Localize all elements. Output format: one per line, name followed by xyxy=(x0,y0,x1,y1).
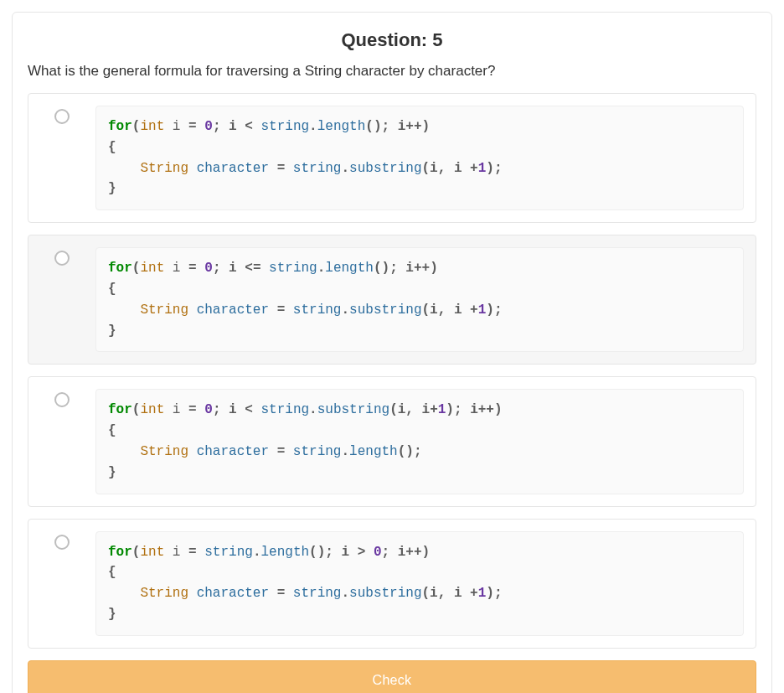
options-list: for(int i = 0; i < string.length(); i++)… xyxy=(28,93,756,649)
code-snippet: for(int i = 0; i < string.length(); i++)… xyxy=(95,106,744,210)
radio-button[interactable] xyxy=(54,392,70,407)
option-C[interactable]: for(int i = 0; i < string.substring(i, i… xyxy=(28,376,756,506)
radio-cell xyxy=(28,106,95,210)
option-B[interactable]: for(int i = 0; i <= string.length(); i++… xyxy=(28,235,756,365)
code-snippet: for(int i = string.length(); i > 0; i++)… xyxy=(95,531,744,636)
radio-button[interactable] xyxy=(54,109,70,124)
radio-button[interactable] xyxy=(54,251,70,266)
radio-button[interactable] xyxy=(54,535,70,550)
question-title: Question: 5 xyxy=(28,29,756,51)
option-A[interactable]: for(int i = 0; i < string.length(); i++)… xyxy=(28,93,756,223)
code-snippet: for(int i = 0; i < string.substring(i, i… xyxy=(95,389,744,494)
check-button[interactable]: Check xyxy=(28,660,756,693)
radio-cell xyxy=(28,389,95,494)
option-D[interactable]: for(int i = string.length(); i > 0; i++)… xyxy=(28,519,756,649)
question-prompt: What is the general formula for traversi… xyxy=(28,63,756,80)
code-snippet: for(int i = 0; i <= string.length(); i++… xyxy=(95,247,744,352)
question-card: Question: 5 What is the general formula … xyxy=(12,12,772,693)
radio-cell xyxy=(28,531,95,636)
radio-cell xyxy=(28,247,95,352)
